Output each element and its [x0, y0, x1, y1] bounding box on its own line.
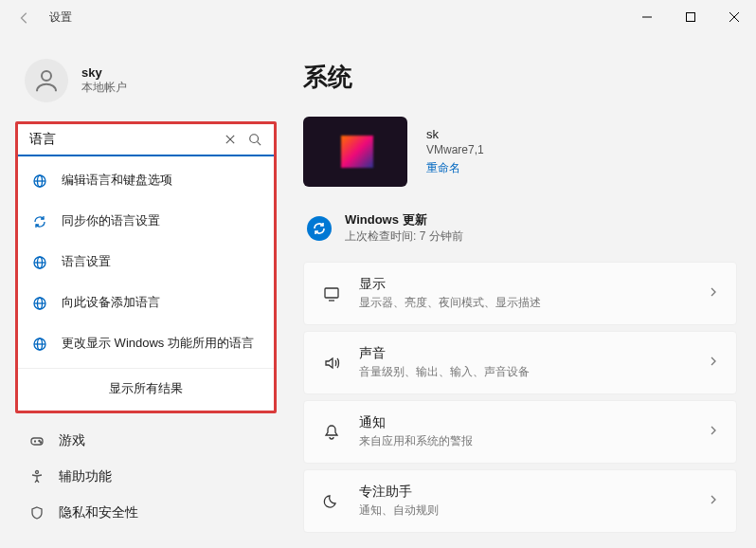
gamepad-icon [28, 432, 45, 449]
sidebar: sky 本地帐户 编辑语言和键盘选项 [0, 34, 284, 548]
suggestion-change-display-language[interactable]: 更改显示 Windows 功能所用的语言 [18, 323, 274, 364]
device-name: sk [426, 127, 484, 141]
svg-rect-1 [687, 13, 695, 22]
main-content: 系统 sk VMware7,1 重命名 Windows 更新 上次检查时间: 7… [284, 34, 756, 548]
update-title: Windows 更新 [345, 211, 463, 228]
card-subtitle: 通知、自动规则 [359, 502, 708, 519]
suggestion-label: 编辑语言和键盘选项 [62, 172, 172, 189]
chevron-right-icon [708, 286, 719, 301]
page-title: 系统 [303, 61, 737, 94]
minimize-button[interactable] [625, 2, 669, 32]
titlebar: 设置 [0, 0, 756, 34]
card-subtitle: 音量级别、输出、输入、声音设备 [359, 364, 708, 380]
user-account-type: 本地帐户 [81, 80, 127, 96]
sidebar-item-label: 隐私和安全性 [59, 504, 138, 521]
language-icon [31, 173, 48, 190]
svg-point-25 [40, 442, 41, 443]
card-notifications[interactable]: 通知 来自应用和系统的警报 [303, 400, 737, 464]
avatar [25, 59, 68, 102]
card-title: 显示 [359, 276, 708, 293]
search-icon[interactable] [243, 128, 266, 151]
update-icon [307, 216, 332, 241]
suggestion-label: 同步你的语言设置 [62, 212, 160, 229]
search-input[interactable] [29, 132, 221, 147]
app-title: 设置 [49, 9, 72, 26]
suggestion-language-settings[interactable]: 语言设置 [18, 242, 274, 283]
maximize-button[interactable] [669, 2, 712, 32]
card-title: 声音 [359, 345, 708, 362]
display-icon [321, 283, 342, 304]
shield-icon [28, 504, 45, 521]
search-suggestions: 编辑语言和键盘选项 同步你的语言设置 语言设置 向此设备添加语言 更改显示 Wi… [18, 156, 274, 368]
sidebar-item-accessibility[interactable]: 辅助功能 [15, 459, 277, 495]
card-subtitle: 来自应用和系统的警报 [359, 433, 708, 449]
sound-icon [321, 353, 342, 374]
card-focus-assist[interactable]: 专注助手 通知、自动规则 [303, 469, 737, 533]
chevron-right-icon [708, 356, 719, 370]
chevron-right-icon [708, 494, 719, 508]
sidebar-item-gaming[interactable]: 游戏 [15, 423, 277, 459]
sync-icon [31, 213, 48, 230]
suggestion-sync-language[interactable]: 同步你的语言设置 [18, 201, 274, 242]
svg-line-8 [258, 142, 261, 146]
svg-point-26 [36, 471, 39, 474]
suggestion-label: 更改显示 Windows 功能所用的语言 [62, 335, 254, 352]
svg-point-4 [42, 71, 51, 81]
rename-link[interactable]: 重命名 [426, 160, 484, 176]
sidebar-item-label: 游戏 [59, 432, 85, 449]
user-block[interactable]: sky 本地帐户 [15, 49, 277, 121]
clear-search-button[interactable] [221, 130, 240, 149]
chevron-right-icon [708, 425, 719, 439]
close-button[interactable] [712, 2, 756, 32]
bell-icon [321, 422, 342, 443]
back-button[interactable] [17, 10, 32, 26]
device-info: sk VMware7,1 重命名 [303, 117, 737, 187]
svg-rect-27 [325, 288, 338, 298]
suggestion-label: 语言设置 [62, 253, 111, 270]
card-title: 通知 [359, 414, 708, 431]
sidebar-item-label: 辅助功能 [59, 468, 112, 485]
card-subtitle: 显示器、亮度、夜间模式、显示描述 [359, 295, 708, 311]
language-icon [31, 336, 48, 353]
search-field[interactable] [18, 124, 274, 156]
user-name: sky [81, 65, 127, 80]
card-sound[interactable]: 声音 音量级别、输出、输入、声音设备 [303, 331, 737, 394]
svg-point-24 [39, 440, 40, 441]
windows-update-row[interactable]: Windows 更新 上次检查时间: 7 分钟前 [303, 208, 737, 262]
suggestion-add-language[interactable]: 向此设备添加语言 [18, 283, 274, 323]
card-title: 专注助手 [359, 484, 708, 501]
svg-point-7 [250, 135, 259, 143]
language-icon [31, 254, 48, 271]
search-panel: 编辑语言和键盘选项 同步你的语言设置 语言设置 向此设备添加语言 更改显示 Wi… [15, 121, 277, 413]
suggestion-label: 向此设备添加语言 [62, 294, 160, 311]
moon-icon [321, 491, 342, 512]
accessibility-icon [28, 468, 45, 485]
show-all-results[interactable]: 显示所有结果 [18, 368, 274, 411]
suggestion-edit-language-keyboard[interactable]: 编辑语言和键盘选项 [18, 160, 274, 201]
device-thumbnail [303, 117, 407, 187]
language-add-icon [31, 295, 48, 312]
device-model: VMware7,1 [426, 143, 484, 156]
sidebar-item-privacy[interactable]: 隐私和安全性 [15, 495, 277, 531]
update-subtitle: 上次检查时间: 7 分钟前 [345, 228, 463, 245]
card-display[interactable]: 显示 显示器、亮度、夜间模式、显示描述 [303, 262, 737, 325]
